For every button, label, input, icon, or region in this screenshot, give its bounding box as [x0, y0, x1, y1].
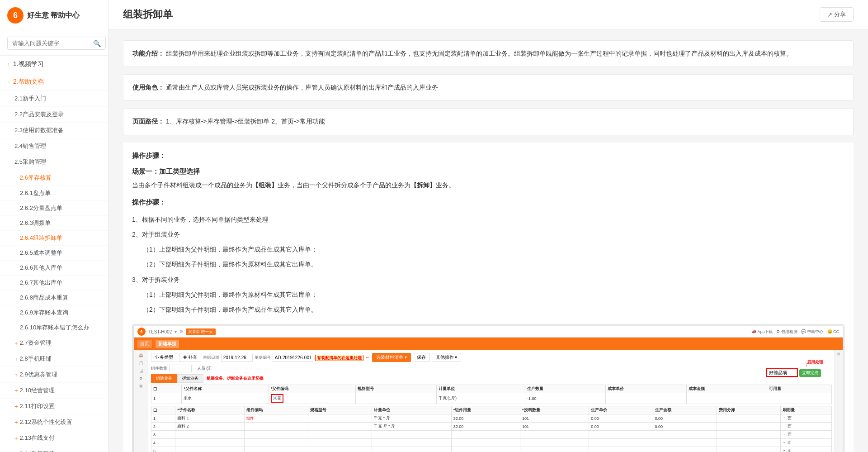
scene1-title: 场景一：加工类型选择	[132, 167, 844, 176]
cell-check: 1	[151, 393, 182, 404]
col-total: 成本金额	[686, 385, 767, 393]
col-avail: 可用量	[767, 385, 832, 393]
cell-unit: 千克 (1斤)	[436, 393, 525, 404]
fake-qty-input[interactable]	[169, 365, 192, 372]
table-row: 3 ⋯ 面	[151, 431, 832, 439]
fake-btn-add[interactable]: ✚ 补充	[179, 353, 201, 362]
search-box: 🔍	[0, 31, 108, 56]
cell-spec	[356, 393, 436, 404]
fake-btn-more[interactable]: 其他操作 ▾	[432, 353, 462, 362]
fake-date-label: 单据日期	[203, 355, 219, 361]
fake-qty-label: 组件数量	[151, 366, 167, 371]
role-text: 通常由生产人员或库管人员完成拆装业务的操作，库管人员确认原材料的出库和产成品的入…	[166, 84, 438, 91]
sidebar-item-268[interactable]: 2.6.8商品成本重算	[0, 290, 108, 305]
sidebar-item-video[interactable]: + 1.视频学习	[0, 56, 108, 73]
collapse-icon: −	[7, 79, 10, 85]
col-check2: ☐	[151, 406, 175, 414]
fake-num-input[interactable]	[273, 354, 313, 362]
role-block: 使用角色： 通常由生产人员或库管人员完成拆装业务的操作，库管人员确认原材料的出库…	[123, 74, 854, 101]
col-sublast: 刷用量	[780, 406, 831, 414]
fake-topbar: 6 TEST-H002 ▾ ⚙ 同期新增一天 📣 App下载 ⚙ 包结检测 💬 …	[134, 326, 843, 338]
fake-person-label: 人员 (汇	[197, 366, 212, 371]
annotation3-text: 启用处理	[807, 359, 823, 365]
sidebar-item-2610[interactable]: 2.6.10库存账本错了怎么办	[0, 320, 108, 335]
path-label: 页面路径：	[132, 118, 164, 125]
search-button[interactable]: 🔍	[93, 40, 101, 47]
fake-switch-assemble[interactable]: 组装业务	[151, 374, 177, 383]
sidebar-item-265[interactable]: 2.6.5成本调整单	[0, 246, 108, 261]
sidebar-item-28[interactable]: + 2.8手机旺铺	[0, 351, 108, 367]
fake-nav-new: 新建单据	[156, 340, 179, 348]
sidebar-item-211[interactable]: + 2.11打印设置	[0, 399, 108, 414]
path-text: 1、库存核算->库存管理->组装拆卸单 2、首页->常用功能	[166, 118, 325, 125]
sidebar-item-261[interactable]: 2.6.1盘点单	[0, 186, 108, 201]
content-area: 功能介绍： 组装拆卸单用来处理企业组装或拆卸等加工业务，支持有固定装配清单的产品…	[108, 29, 868, 452]
col-subcount: *投料数量	[520, 406, 589, 414]
col-subspec: 规格型号	[308, 406, 372, 414]
step3: 3、对于拆装业务	[132, 274, 844, 285]
sidebar-item-269[interactable]: 2.6.9库存账本查询	[0, 305, 108, 320]
share-icon: ↗	[827, 11, 832, 18]
col-subqty: *组件用量	[451, 406, 520, 414]
plus-icon: +	[14, 371, 18, 378]
sidebar-item-213[interactable]: + 2.13在线支付	[0, 430, 108, 446]
fake-lower-table-area: ☐ *子件名称 组件编码 规格型号 计量单位 *组件用量 *投料数量	[151, 406, 832, 452]
sidebar-item-26[interactable]: − 2.6库存核算	[0, 170, 108, 186]
plus-icon: +	[14, 356, 18, 362]
fake-app-id: TEST-H002	[148, 329, 172, 334]
main-header: 组装拆卸单 ↗ 分享	[108, 0, 868, 29]
sidebar-item-29[interactable]: + 2.9优惠券管理	[0, 367, 108, 383]
col-subname: *子件名称	[175, 406, 244, 414]
logo-area: 6 好生意 帮助中心	[0, 0, 108, 31]
function-intro-text: 组装拆卸单用来处理企业组装或拆卸等加工业务，支持有固定装配清单的产品加工业务，也…	[166, 50, 793, 57]
col-count: 计量单位	[436, 385, 525, 393]
search-input[interactable]	[7, 37, 106, 50]
step1: 1、根据不同的业务，选择不同单据的类型来处理	[132, 214, 844, 225]
fake-btn-save[interactable]: 保存	[413, 353, 430, 362]
expand-icon: +	[7, 61, 10, 67]
sidebar-item-262[interactable]: 2.6.2分量盘点单	[0, 201, 108, 216]
sidebar-item-267[interactable]: 2.6.7其他出库单	[0, 276, 108, 290]
fake-switch-btns: 组装业务 拆卸业务	[151, 374, 203, 383]
sidebar-item-label: 2.1新手入门	[14, 95, 46, 103]
fake-btn-new[interactable]: 业务类型	[151, 353, 177, 362]
col-cost: 成本单价	[606, 385, 686, 393]
col-subavail: 费用分摊	[717, 406, 780, 414]
sidebar-item-214[interactable]: + 2.14常见问题	[0, 446, 108, 452]
plus-icon: +	[14, 419, 18, 426]
sidebar-item-210[interactable]: + 2.10经营管理	[0, 383, 108, 399]
sidebar: 6 好生意 帮助中心 🔍 + 1.视频学习 − 2.帮助文档 2.1新手入门 2…	[0, 0, 108, 452]
sidebar-item-23[interactable]: 2.3使用前数据准备	[0, 123, 108, 138]
table-row: 4 ⋯ 面	[151, 439, 832, 447]
fake-nav: 自页 新建单据 ⋯	[134, 338, 843, 350]
fake-nav-list: ⋯	[183, 341, 193, 347]
fake-date-input[interactable]	[221, 354, 253, 362]
sidebar-item-21[interactable]: 2.1新手入门	[0, 91, 108, 107]
fake-form-area: 业务类型 ✚ 补充 单据日期 单据编号 有装配清单的在这里	[148, 350, 835, 452]
sidebar-item-264[interactable]: 2.6.4组装拆卸单	[0, 231, 108, 246]
cell-name: 米水	[182, 393, 269, 404]
annotation3-arrow: ↓	[805, 362, 807, 368]
path-block: 页面路径： 1、库存核算->库存管理->组装拆卸单 2、首页->常用功能	[123, 108, 854, 135]
cell-code: 米花	[269, 393, 355, 404]
sidebar-item-263[interactable]: 2.6.3调拨单	[0, 216, 108, 231]
sidebar-item-25[interactable]: 2.5采购管理	[0, 154, 108, 170]
sidebar-item-266[interactable]: 2.6.6其他入库单	[0, 261, 108, 276]
plus-icon: +	[14, 451, 18, 452]
nav-section: + 1.视频学习 − 2.帮助文档 2.1新手入门 2.2产品安装及登录 2.3…	[0, 56, 108, 452]
table-row: 1 米水 米花 千克 (1斤) -1.00	[151, 393, 832, 404]
cell-avail-val	[767, 393, 832, 404]
sidebar-item-22[interactable]: 2.2产品安装及登录	[0, 107, 108, 123]
annotation1-arrow: ←	[365, 354, 370, 361]
screenshot-container: 6 TEST-H002 ▾ ⚙ 同期新增一天 📣 App下载 ⚙ 包结检测 💬 …	[132, 324, 844, 452]
fake-btn-select[interactable]: 选装材料清单 ▾	[372, 353, 411, 362]
sidebar-item-docs[interactable]: − 2.帮助文档	[0, 73, 108, 91]
col-code: *父件编码	[269, 385, 355, 393]
share-button[interactable]: ↗ 分享	[820, 7, 854, 22]
cell-code-highlighted: 米花	[271, 394, 283, 403]
sidebar-item-27[interactable]: + 2.7资金管理	[0, 335, 108, 351]
col-qty: 生产数量	[525, 385, 605, 393]
sidebar-item-24[interactable]: 2.4销售管理	[0, 138, 108, 154]
sidebar-item-212[interactable]: + 2.12系统个性化设置	[0, 414, 108, 430]
fake-switch-disassemble[interactable]: 拆卸业务	[177, 374, 203, 383]
